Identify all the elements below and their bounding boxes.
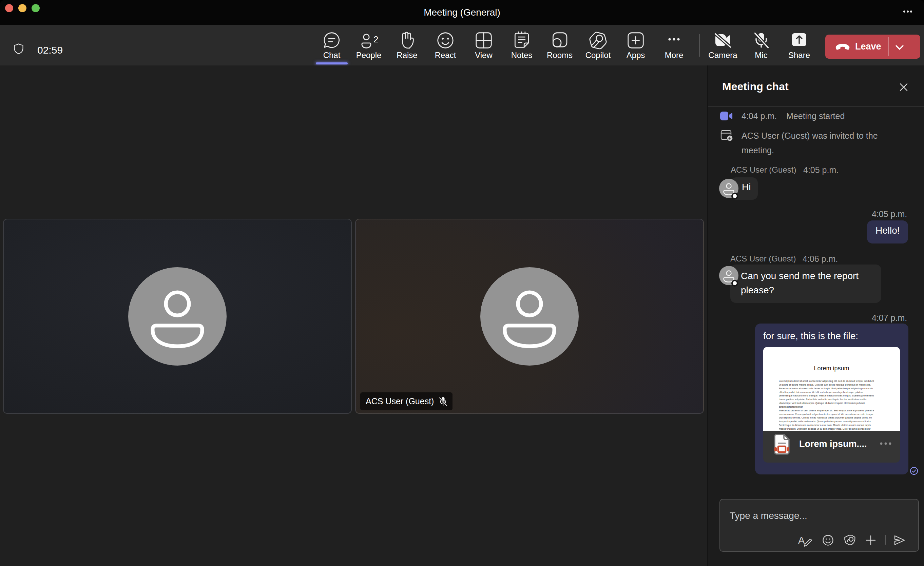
svg-text:A: A — [798, 535, 805, 546]
